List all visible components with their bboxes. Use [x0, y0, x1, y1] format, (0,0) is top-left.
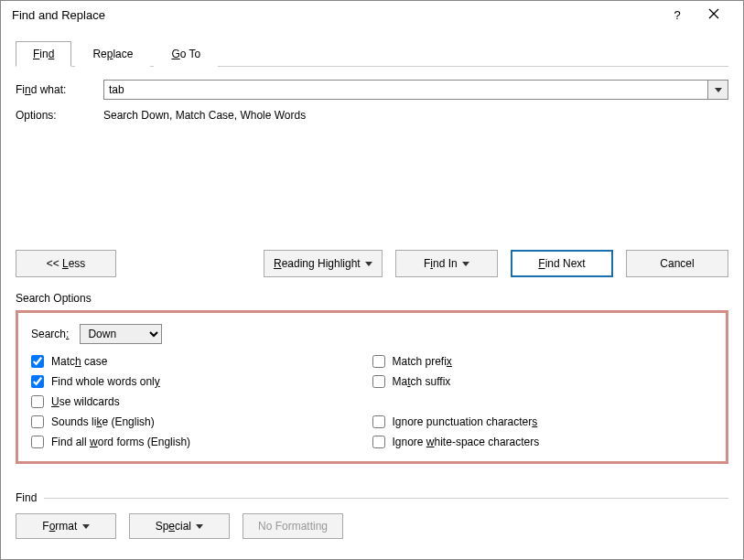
no-formatting-button[interactable]: No Formatting [243, 513, 343, 539]
dialog-content: Find Replace Go To Find what: Options: S… [1, 29, 743, 559]
ignore-punctuation-checkbox[interactable]: Ignore punctuation characters [372, 415, 714, 428]
search-direction-label: Search: [31, 328, 69, 340]
ignore-whitespace-checkbox[interactable]: Ignore white-space characters [372, 436, 714, 448]
match-suffix-checkbox[interactable]: Match suffix [372, 375, 714, 388]
find-replace-dialog: Find and Replace ? Find Replace Go To Fi… [0, 0, 744, 560]
format-button[interactable]: Format [16, 513, 116, 539]
word-forms-checkbox[interactable]: Find all word forms (English) [31, 436, 372, 448]
search-options-box: Search: Down Match case Find whole words… [16, 310, 728, 464]
sounds-like-checkbox[interactable]: Sounds like (English) [31, 415, 372, 428]
whole-words-checkbox[interactable]: Find whole words only [31, 375, 372, 388]
tabstrip: Find Replace Go To [16, 40, 728, 67]
find-what-label: Find what: [16, 83, 103, 96]
cancel-button[interactable]: Cancel [626, 250, 728, 277]
close-icon [708, 8, 719, 19]
help-button[interactable]: ? [659, 8, 695, 22]
find-next-button[interactable]: Find Next [511, 250, 613, 277]
tab-goto[interactable]: Go To [154, 41, 218, 67]
tab-replace[interactable]: Replace [75, 41, 150, 67]
find-what-dropdown[interactable] [708, 80, 728, 100]
chevron-down-icon [715, 88, 722, 92]
less-button[interactable]: << Less [16, 250, 116, 277]
options-value: Search Down, Match Case, Whole Words [103, 109, 306, 122]
find-in-button[interactable]: Find In [395, 250, 498, 277]
find-what-input[interactable] [103, 80, 708, 100]
match-case-checkbox[interactable]: Match case [31, 355, 372, 368]
close-button[interactable] [695, 8, 732, 22]
dialog-title: Find and Replace [12, 8, 659, 22]
reading-highlight-button[interactable]: Reading Highlight [264, 250, 383, 277]
search-direction-select[interactable]: Down [80, 324, 162, 344]
main-button-row: << Less Reading Highlight Find In Find N… [16, 250, 728, 277]
tab-find[interactable]: Find [16, 41, 71, 67]
find-what-row: Find what: [16, 80, 728, 100]
titlebar: Find and Replace ? [1, 1, 743, 29]
options-label: Options: [16, 109, 103, 122]
match-prefix-checkbox[interactable]: Match prefix [372, 355, 714, 368]
special-button[interactable]: Special [129, 513, 230, 539]
wildcards-checkbox[interactable]: Use wildcards [31, 395, 372, 408]
find-section-header: Find [16, 491, 728, 504]
bottom-button-row: Format Special No Formatting [16, 513, 728, 539]
search-options-label: Search Options [16, 292, 728, 305]
options-row: Options: Search Down, Match Case, Whole … [16, 109, 728, 122]
